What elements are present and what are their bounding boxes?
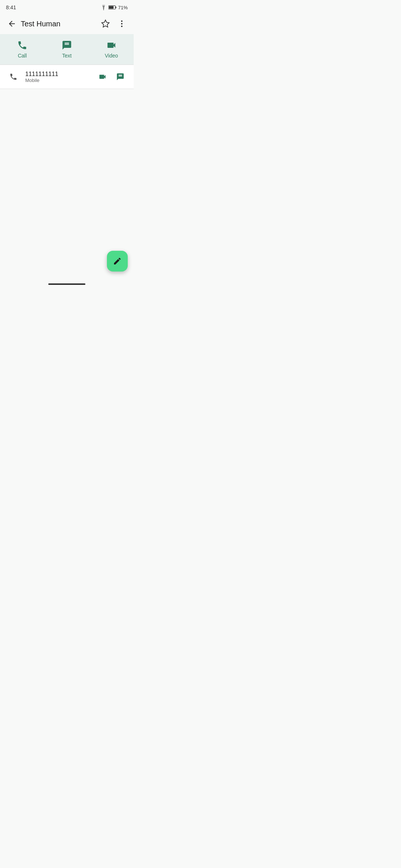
phone-icon bbox=[9, 73, 17, 81]
phone-number: 1111111111 bbox=[25, 71, 95, 78]
svg-point-4 bbox=[121, 20, 123, 22]
edit-icon bbox=[113, 257, 122, 266]
text-action[interactable]: Text bbox=[45, 40, 89, 59]
row-video-icon bbox=[98, 73, 107, 81]
text-icon bbox=[62, 40, 72, 50]
wifi-icon bbox=[100, 5, 107, 10]
svg-point-5 bbox=[121, 23, 123, 24]
svg-point-0 bbox=[103, 9, 104, 10]
call-label: Call bbox=[18, 53, 27, 59]
video-icon bbox=[106, 40, 117, 50]
svg-point-6 bbox=[121, 26, 123, 27]
row-video-button[interactable] bbox=[95, 69, 110, 84]
video-label: Video bbox=[105, 53, 118, 59]
contact-phone-row: 1111111111 Mobile bbox=[0, 65, 134, 89]
more-vert-icon bbox=[117, 19, 126, 28]
action-row: Call Text Video bbox=[0, 34, 134, 65]
status-icons: 71% bbox=[100, 5, 128, 10]
row-message-button[interactable] bbox=[113, 69, 128, 84]
status-bar: 8:41 71% bbox=[0, 0, 134, 13]
star-icon bbox=[101, 19, 110, 28]
battery-icon bbox=[108, 5, 117, 10]
svg-rect-2 bbox=[115, 7, 116, 9]
status-time: 8:41 bbox=[6, 4, 16, 10]
contact-info: 1111111111 Mobile bbox=[25, 71, 95, 83]
contact-name: Test Human bbox=[21, 20, 98, 28]
back-button[interactable] bbox=[4, 16, 19, 31]
favorite-button[interactable] bbox=[98, 16, 113, 31]
text-label: Text bbox=[62, 53, 72, 59]
call-action[interactable]: Call bbox=[0, 40, 45, 59]
battery-percentage: 71% bbox=[118, 5, 128, 10]
row-message-icon bbox=[116, 73, 124, 81]
more-options-button[interactable] bbox=[114, 16, 129, 31]
phone-type: Mobile bbox=[25, 78, 95, 83]
edit-contact-fab[interactable] bbox=[107, 251, 128, 272]
app-bar-actions bbox=[98, 16, 129, 31]
video-action[interactable]: Video bbox=[89, 40, 134, 59]
call-icon bbox=[17, 40, 27, 50]
nav-indicator bbox=[48, 283, 85, 285]
phone-row-icon bbox=[6, 69, 21, 84]
back-icon bbox=[7, 19, 16, 28]
row-actions bbox=[95, 69, 128, 84]
app-bar: Test Human bbox=[0, 13, 134, 34]
svg-rect-3 bbox=[109, 6, 114, 9]
